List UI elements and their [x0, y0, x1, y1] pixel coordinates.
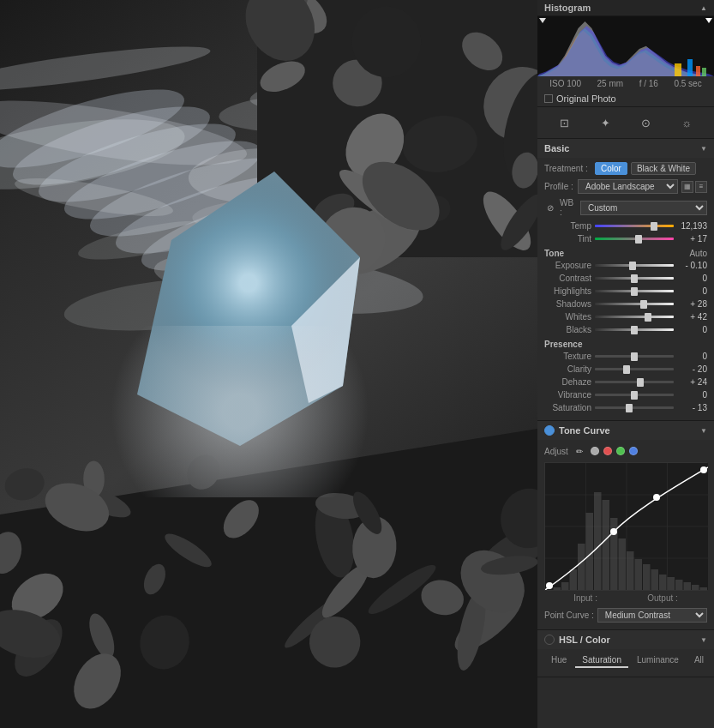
hsl-panel: HSL / Color ▼ Hue Saturation Luminance A…: [537, 630, 714, 677]
highlights-track[interactable]: [595, 290, 674, 292]
curve-pencil-icon[interactable]: ✏: [573, 444, 586, 458]
saturation-track[interactable]: [595, 406, 674, 409]
contrast-thumb[interactable]: [631, 274, 638, 283]
presence-label: Presence: [544, 340, 582, 349]
redeye-tool[interactable]: ⊙: [636, 112, 657, 133]
basic-panel: Basic ▼ Treatment : Color Black & White …: [537, 139, 714, 421]
clarity-track[interactable]: [595, 368, 674, 370]
wb-select[interactable]: Custom As Shot Auto Daylight Cloudy Shad…: [580, 201, 707, 215]
blue-channel-dot[interactable]: [629, 447, 638, 455]
exposure-label: Exposure: [544, 261, 591, 270]
exif-info: ISO 100 25 mm f / 16 0.5 sec: [537, 76, 714, 91]
tone-curve-header[interactable]: Tone Curve ▼: [537, 421, 714, 440]
wb-eyedropper[interactable]: ⊘: [544, 202, 556, 214]
hsl-toggle[interactable]: [544, 635, 555, 645]
blacks-thumb[interactable]: [631, 326, 638, 334]
tone-curve-graph[interactable]: [544, 462, 707, 591]
point-curve-select[interactable]: Medium Contrast Linear Strong Contrast: [597, 608, 707, 623]
histogram-header: Histogram ▲: [537, 0, 714, 16]
tone-curve-collapse[interactable]: ▼: [700, 427, 707, 435]
tone-curve-panel: Tone Curve ▼ Adjust ✏ Input : Output : P…: [537, 421, 714, 630]
tone-curve-content: Adjust ✏ Input : Output : Point Curve : …: [537, 440, 714, 629]
highlights-thumb[interactable]: [631, 287, 638, 296]
blacks-track[interactable]: [595, 328, 674, 331]
histogram-collapse[interactable]: ▲: [700, 4, 707, 12]
exposure-track[interactable]: [595, 264, 674, 267]
dehaze-track[interactable]: [595, 381, 674, 383]
crop-tool[interactable]: ⊡: [555, 112, 575, 133]
tone-curve-toggle[interactable]: [544, 425, 555, 436]
clarity-value: - 20: [677, 364, 707, 374]
tone-subsection: Tone Auto: [544, 249, 707, 258]
blacks-value: 0: [677, 325, 707, 334]
whites-value: + 42: [677, 312, 707, 322]
texture-label: Texture: [544, 352, 591, 361]
tone-curve-controls: Adjust ✏: [544, 444, 707, 458]
vibrance-thumb[interactable]: [631, 391, 638, 400]
heal-tool[interactable]: ✦: [595, 112, 615, 133]
tint-thumb[interactable]: [635, 235, 642, 244]
green-channel-dot[interactable]: [616, 447, 625, 455]
exposure-thumb[interactable]: [629, 262, 636, 270]
contrast-track[interactable]: [595, 277, 674, 280]
treatment-bw-btn[interactable]: Black & White: [631, 162, 696, 175]
basic-panel-header[interactable]: Basic ▼: [537, 139, 714, 158]
tone-auto-btn[interactable]: Auto: [689, 249, 707, 258]
vibrance-value: 0: [677, 390, 707, 400]
red-channel-dot[interactable]: [603, 447, 612, 455]
texture-track[interactable]: [595, 355, 674, 358]
rgb-channel-dot[interactable]: [591, 447, 599, 455]
profile-grid-icon[interactable]: ▦: [681, 181, 693, 193]
treatment-color-btn[interactable]: Color: [595, 162, 627, 175]
histogram-title: Histogram: [544, 3, 591, 13]
point-curve-row: Point Curve : Medium Contrast Linear Str…: [544, 605, 707, 625]
tab-luminance[interactable]: Luminance: [630, 653, 686, 668]
clarity-label: Clarity: [544, 364, 591, 374]
tab-hue[interactable]: Hue: [544, 653, 573, 668]
temp-slider-row: Temp 12,193: [544, 221, 707, 231]
original-photo-row: Original Photo: [537, 91, 714, 106]
temp-track[interactable]: [595, 225, 674, 227]
dehaze-thumb[interactable]: [637, 378, 644, 387]
treatment-label: Treatment :: [544, 164, 591, 173]
profile-list-icon[interactable]: ≡: [695, 181, 707, 193]
wb-label: WB :: [560, 198, 577, 217]
tint-track[interactable]: [595, 238, 674, 240]
tab-saturation[interactable]: Saturation: [575, 653, 628, 668]
clarity-thumb[interactable]: [623, 365, 630, 374]
blacks-label: Blacks: [544, 325, 591, 334]
hsl-title: HSL / Color: [559, 635, 610, 645]
basic-panel-collapse[interactable]: ▼: [700, 145, 707, 153]
tint-label: Tint: [544, 234, 591, 244]
whites-slider-row: Whites + 42: [544, 312, 707, 322]
shadows-thumb[interactable]: [640, 300, 647, 309]
treatment-row: Treatment : Color Black & White: [544, 162, 707, 175]
tab-all[interactable]: All: [687, 653, 711, 668]
whites-track[interactable]: [595, 316, 674, 318]
exif-focal: 25 mm: [597, 79, 624, 88]
temp-label: Temp: [544, 221, 591, 231]
shadows-value: + 28: [677, 299, 707, 309]
saturation-thumb[interactable]: [626, 404, 633, 412]
tone-curve-title: Tone Curve: [559, 425, 610, 436]
whites-thumb[interactable]: [645, 313, 651, 322]
masking-tool[interactable]: ☼: [676, 112, 697, 133]
profile-select[interactable]: Adobe Landscape Adobe Standard Adobe Viv…: [578, 179, 678, 194]
dehaze-slider-row: Dehaze + 24: [544, 377, 707, 387]
highlights-value: 0: [677, 286, 707, 296]
hsl-panel-header[interactable]: HSL / Color ▼: [537, 630, 714, 649]
hsl-collapse[interactable]: ▼: [700, 636, 707, 644]
temp-thumb[interactable]: [651, 222, 657, 231]
shadows-track[interactable]: [595, 303, 674, 305]
original-photo-checkbox[interactable]: [544, 94, 553, 103]
profile-row: Profile : Adobe Landscape Adobe Standard…: [544, 179, 707, 194]
dehaze-value: + 24: [677, 377, 707, 387]
basic-panel-title: Basic: [544, 143, 569, 153]
wb-row: ⊘ WB : Custom As Shot Auto Daylight Clou…: [544, 198, 707, 217]
vibrance-track[interactable]: [595, 394, 674, 396]
vibrance-slider-row: Vibrance 0: [544, 390, 707, 400]
output-label: Output :: [647, 593, 678, 603]
highlights-slider-row: Highlights 0: [544, 286, 707, 296]
tool-icons-row: ⊡ ✦ ⊙ ☼: [537, 107, 714, 139]
texture-thumb[interactable]: [631, 352, 638, 361]
